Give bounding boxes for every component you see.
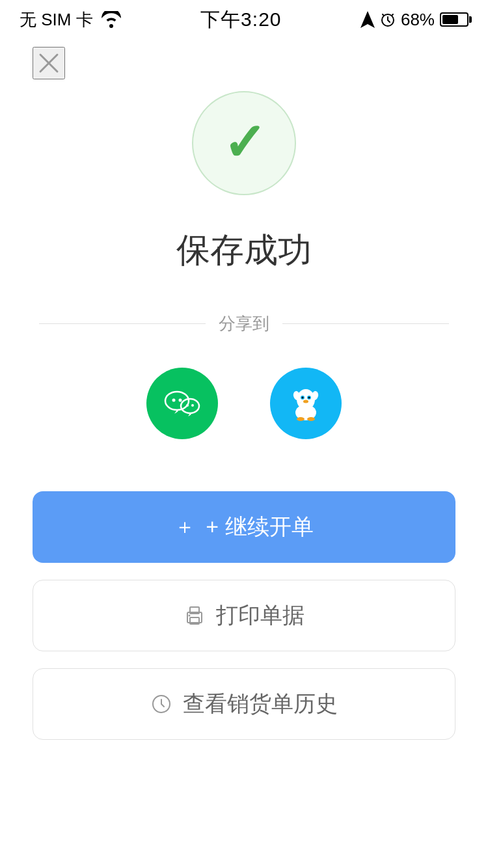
share-divider: 分享到	[0, 312, 488, 335]
divider-line-right	[282, 323, 449, 324]
success-circle: ✓	[192, 91, 296, 195]
no-sim-text: 无 SIM 卡	[20, 8, 93, 31]
printer-icon	[183, 604, 206, 627]
history-icon	[150, 693, 172, 715]
svg-point-6	[179, 399, 182, 402]
print-label: 打印单据	[216, 601, 305, 631]
svg-point-14	[308, 397, 310, 399]
svg-point-18	[297, 417, 305, 421]
action-buttons: ＋ + 继续开单 打印单据 查看销货单历史	[0, 491, 488, 740]
print-button[interactable]: 打印单据	[33, 580, 455, 651]
share-label: 分享到	[219, 312, 269, 335]
status-time: 下午3:20	[200, 7, 281, 33]
svg-point-5	[172, 399, 176, 402]
svg-point-15	[303, 400, 308, 403]
battery-icon	[440, 12, 468, 27]
share-icons-container	[146, 368, 342, 439]
continue-button[interactable]: ＋ + 继续开单	[33, 491, 455, 563]
status-right: 68%	[360, 10, 468, 30]
svg-point-7	[186, 404, 189, 407]
main-content: ✓ 保存成功 分享到	[0, 39, 488, 740]
svg-point-13	[302, 397, 304, 399]
continue-label: + 继续开单	[206, 512, 313, 542]
wechat-share-button[interactable]	[146, 368, 218, 439]
svg-point-4	[181, 399, 199, 413]
svg-point-19	[307, 417, 315, 421]
svg-point-23	[189, 615, 191, 617]
divider-line-left	[39, 323, 206, 324]
wifi-icon	[101, 11, 122, 28]
alarm-icon	[380, 12, 396, 27]
status-bar: 无 SIM 卡 下午3:20 68%	[0, 0, 488, 39]
checkmark-icon: ✓	[223, 117, 266, 169]
plus-icon: ＋	[174, 513, 195, 541]
history-button[interactable]: 查看销货单历史	[33, 668, 455, 740]
status-left: 无 SIM 卡	[20, 8, 122, 31]
close-icon	[37, 51, 61, 75]
history-label: 查看销货单历史	[183, 689, 338, 719]
close-button[interactable]	[33, 47, 65, 79]
battery-fill	[442, 15, 458, 24]
battery-percent: 68%	[401, 10, 435, 30]
qq-icon	[285, 383, 327, 424]
svg-point-8	[191, 404, 194, 407]
location-icon	[360, 11, 375, 28]
qq-share-button[interactable]	[270, 368, 342, 439]
success-title: 保存成功	[176, 228, 312, 273]
wechat-icon	[161, 383, 203, 424]
